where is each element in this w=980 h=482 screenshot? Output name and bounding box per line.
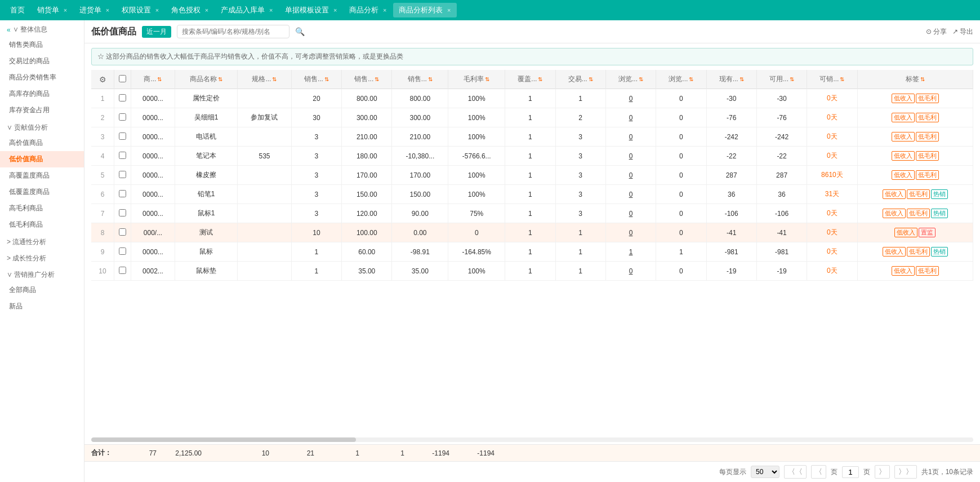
row-checkbox[interactable] xyxy=(119,190,126,197)
browse1[interactable]: 0 xyxy=(605,147,656,166)
row-checkbox[interactable] xyxy=(119,228,126,236)
browse1-link[interactable]: 0 xyxy=(629,229,633,237)
scroll-thumb[interactable] xyxy=(91,437,356,442)
nav-template[interactable]: 单据模板设置 × xyxy=(279,3,342,17)
close-purchase-icon[interactable]: × xyxy=(106,7,109,14)
next-page-button[interactable]: 〉 xyxy=(875,465,890,479)
product-name[interactable]: 鼠标垫 xyxy=(175,262,237,281)
nav-permission[interactable]: 权限设置 × xyxy=(116,3,164,17)
close-template-icon[interactable]: × xyxy=(333,7,337,14)
row-checkbox-cell[interactable] xyxy=(114,89,131,108)
browse1[interactable]: 0 xyxy=(605,89,656,108)
browse1-link[interactable]: 0 xyxy=(629,210,633,218)
nav-home[interactable]: 首页 xyxy=(5,3,30,17)
last-page-button[interactable]: 〉〉 xyxy=(894,465,917,479)
sidebar-item-stock-fund[interactable]: 库存资金占用 xyxy=(0,102,84,118)
browse1[interactable]: 0 xyxy=(605,127,656,147)
close-product-icon[interactable]: × xyxy=(269,7,273,14)
row-checkbox-cell[interactable] xyxy=(114,242,131,262)
row-checkbox-cell[interactable] xyxy=(114,223,131,242)
row-checkbox[interactable] xyxy=(119,171,126,178)
close-permission-icon[interactable]: × xyxy=(155,7,159,14)
select-all-checkbox[interactable] xyxy=(119,75,126,82)
prev-page-button[interactable]: 〈 xyxy=(811,465,826,479)
row-checkbox[interactable] xyxy=(119,267,126,274)
horizontal-scrollbar[interactable] xyxy=(91,437,973,442)
close-role-icon[interactable]: × xyxy=(205,7,208,14)
sidebar-item-high-value[interactable]: 高价值商品 xyxy=(0,135,84,151)
search-input[interactable] xyxy=(177,25,289,38)
export-button[interactable]: ↗ 导出 xyxy=(952,27,973,37)
sidebar-item-high-stock[interactable]: 高库存的商品 xyxy=(0,86,84,102)
nav-goods-list[interactable]: 商品分析列表 × xyxy=(393,3,456,17)
sidebar-item-high-coverage[interactable]: 高覆盖度商品 xyxy=(0,167,84,184)
browse1-link[interactable]: 0 xyxy=(629,267,633,275)
browse1-link[interactable]: 0 xyxy=(629,133,633,141)
nav-purchase[interactable]: 进货单 × xyxy=(74,3,115,17)
browse1-link[interactable]: 1 xyxy=(629,248,633,256)
sidebar-item-sales-goods[interactable]: 销售类商品 xyxy=(0,37,84,53)
browse1[interactable]: 0 xyxy=(605,262,656,281)
close-sales-icon[interactable]: × xyxy=(64,7,67,14)
product-name[interactable]: 鼠标 xyxy=(175,242,237,262)
sidebar-group-flow[interactable]: > 流通性分析 xyxy=(0,233,84,249)
browse1[interactable]: 1 xyxy=(605,242,656,262)
product-name[interactable]: 铅笔1 xyxy=(175,185,237,204)
nav-role[interactable]: 角色授权 × xyxy=(166,3,214,17)
row-checkbox[interactable] xyxy=(119,132,126,140)
row-checkbox-cell[interactable] xyxy=(114,108,131,127)
product-name[interactable]: 电话机 xyxy=(175,127,237,147)
browse1-link[interactable]: 0 xyxy=(629,95,633,103)
sidebar-item-high-margin[interactable]: 高毛利商品 xyxy=(0,200,84,216)
browse1[interactable]: 0 xyxy=(605,108,656,127)
nav-goods-analysis[interactable]: 商品分析 × xyxy=(344,3,392,17)
browse1-link[interactable]: 0 xyxy=(629,114,633,122)
sidebar-item-low-value[interactable]: 低价值商品 xyxy=(0,151,84,167)
browse1[interactable]: 0 xyxy=(605,223,656,242)
date-badge[interactable]: 近一月 xyxy=(142,26,171,38)
row-checkbox-cell[interactable] xyxy=(114,166,131,185)
sidebar-item-all-goods[interactable]: 全部商品 xyxy=(0,282,84,298)
row-checkbox[interactable] xyxy=(119,209,126,216)
product-name[interactable]: 鼠标1 xyxy=(175,204,237,223)
product-name[interactable]: 笔记本 xyxy=(175,147,237,166)
browse1[interactable]: 0 xyxy=(605,166,656,185)
first-page-button[interactable]: 〈〈 xyxy=(784,465,807,479)
row-checkbox[interactable] xyxy=(119,247,126,255)
row-checkbox-cell[interactable] xyxy=(114,204,131,223)
close-list-icon[interactable]: × xyxy=(447,7,451,14)
sidebar-item-new-goods[interactable]: 新品 xyxy=(0,298,84,315)
nav-product-in[interactable]: 产成品入库单 × xyxy=(215,3,278,17)
product-name[interactable]: 属性定价 xyxy=(175,89,237,108)
sidebar-item-category-rate[interactable]: 商品分类销售率 xyxy=(0,69,84,86)
sidebar-item-traded-goods[interactable]: 交易过的商品 xyxy=(0,53,84,69)
sidebar-group-growth[interactable]: > 成长性分析 xyxy=(0,249,84,266)
row-checkbox[interactable] xyxy=(119,152,126,159)
row-checkbox-cell[interactable] xyxy=(114,147,131,166)
browse1-link[interactable]: 0 xyxy=(629,171,633,179)
browse1[interactable]: 0 xyxy=(605,185,656,204)
search-icon[interactable]: 🔍 xyxy=(295,27,305,36)
browse1-link[interactable]: 0 xyxy=(629,191,633,198)
browse1-link[interactable]: 0 xyxy=(629,152,633,160)
row-checkbox-cell[interactable] xyxy=(114,185,131,204)
product-name[interactable]: 测试 xyxy=(175,223,237,242)
page-num-input[interactable] xyxy=(842,466,859,478)
row-checkbox[interactable] xyxy=(119,113,126,121)
close-analysis-icon[interactable]: × xyxy=(383,7,386,14)
share-button[interactable]: ⊙ 分享 xyxy=(926,27,947,37)
collapse-overall-icon[interactable]: « xyxy=(7,26,11,34)
browse1[interactable]: 0 xyxy=(605,204,656,223)
row-checkbox-cell[interactable] xyxy=(114,127,131,147)
top-nav: 首页 销货单 × 进货单 × 权限设置 × 角色授权 × 产成品入库单 × 单据… xyxy=(0,0,980,20)
row-checkbox-cell[interactable] xyxy=(114,262,131,281)
sidebar-item-low-margin[interactable]: 低毛利商品 xyxy=(0,216,84,233)
col-check[interactable] xyxy=(114,70,131,89)
col-gear[interactable]: ⚙ xyxy=(91,70,114,89)
sidebar-item-low-coverage[interactable]: 低覆盖度商品 xyxy=(0,184,84,200)
nav-sales[interactable]: 销货单 × xyxy=(32,3,73,17)
row-checkbox[interactable] xyxy=(119,94,126,101)
product-name[interactable]: 吴细细1 xyxy=(175,108,237,127)
page-size-select[interactable]: 50 100 xyxy=(751,466,779,478)
product-name[interactable]: 橡皮擦 xyxy=(175,166,237,185)
